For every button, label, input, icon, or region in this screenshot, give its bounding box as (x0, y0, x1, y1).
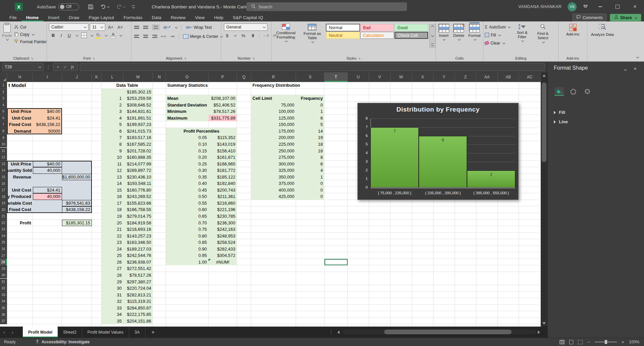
cell-R11[interactable]: 250,000 (251, 148, 296, 154)
cell-L36[interactable]: 34 (102, 311, 123, 318)
cell-I8[interactable]: 50000 (33, 128, 62, 135)
cell-P14[interactable]: $181,772 (209, 167, 237, 174)
fill-section-header[interactable]: Fill (554, 110, 565, 115)
cell-M32[interactable]: $220,724.04 (123, 285, 153, 292)
scroll-right-icon[interactable] (538, 331, 540, 334)
cell-P27[interactable]: $304,572 (209, 252, 237, 259)
collapse-ribbon-icon[interactable] (636, 56, 639, 58)
column-header-R[interactable]: R (251, 72, 296, 82)
tab-s-p-capital-iq[interactable]: S&P Capital IQ (228, 13, 268, 21)
cell-P4[interactable]: $52,406.52 (209, 102, 237, 109)
cell-L32[interactable]: 30 (102, 285, 123, 292)
cell-M23[interactable]: $216,693.16 (123, 226, 153, 233)
cell-M11[interactable]: $201,728.02 (123, 148, 153, 154)
cell-O11[interactable]: 0.15 (166, 148, 209, 154)
cell-I14[interactable]: 40,000 (33, 167, 62, 174)
cell-P26[interactable]: $282,433 (209, 246, 237, 253)
align-middle-icon[interactable] (143, 26, 148, 29)
column-header-Y[interactable]: Y (433, 72, 455, 82)
cell-O14[interactable]: 0.30 (166, 167, 209, 174)
row-header-4[interactable]: 4 (0, 102, 7, 109)
cell-O5[interactable]: Minimum (166, 108, 209, 115)
styles-gallery-scroll[interactable] (429, 24, 435, 48)
cell-S9[interactable]: 19 (296, 134, 325, 141)
fill-button[interactable]: ↓Fill (485, 31, 510, 39)
vertical-scrollbar[interactable] (541, 72, 547, 327)
cell-M28[interactable]: $236,938.07 (123, 259, 153, 266)
row-header-26[interactable]: 26 (0, 246, 7, 253)
insert-function-icon[interactable]: fx (71, 64, 74, 70)
cell-J15[interactable]: $1,600,000.00 (62, 174, 92, 181)
cell-L31[interactable]: 29 (102, 279, 123, 285)
row-header-21[interactable]: 21 (0, 213, 7, 220)
cell-R3[interactable]: Cell Limit (251, 95, 296, 102)
cell-L26[interactable]: 24 (102, 246, 123, 253)
cell-H13[interactable]: Unit Price (7, 161, 33, 167)
row-header-25[interactable]: 25 (0, 239, 7, 246)
cell-O12[interactable]: 0.20 (166, 154, 209, 161)
cell-P25[interactable]: $258,524 (209, 239, 237, 246)
cell-H14[interactable]: uantity Sold (7, 167, 33, 174)
formula-input[interactable] (80, 63, 545, 71)
increase-indent-icon[interactable]: ⇥≡ (170, 34, 175, 38)
cell-I7[interactable]: $438,156.22 (33, 121, 62, 128)
cell-R10[interactable]: 225,000 (251, 141, 296, 148)
cell-L4[interactable]: 2 (102, 102, 123, 109)
cell-L3[interactable]: 1 (102, 95, 123, 102)
cell-M16[interactable]: $193,548.11 (123, 180, 153, 187)
cell-J19[interactable]: $976,541.63 (62, 200, 92, 207)
cell-O19[interactable]: 0.55 (166, 200, 209, 207)
horizontal-scroll-thumb[interactable] (384, 330, 512, 334)
row-header-37[interactable]: 37 (0, 318, 7, 325)
cell-H17[interactable]: Unit Cost (7, 187, 33, 194)
zoom-slider[interactable] (595, 342, 617, 342)
column-header-S[interactable]: S (296, 72, 325, 82)
cell-M8[interactable]: $241,015.73 (123, 128, 153, 135)
cell-P10[interactable]: $143,019 (209, 141, 237, 148)
row-header-1[interactable]: 1 (0, 82, 7, 89)
cell-R7[interactable]: 150,000 (251, 121, 296, 128)
cell-R8[interactable]: 175,000 (251, 128, 296, 135)
align-bottom-icon[interactable] (152, 25, 159, 30)
cell-J20[interactable]: $438,156.22 (62, 206, 92, 213)
align-top-icon[interactable] (134, 26, 139, 29)
line-section-header[interactable]: Line (554, 119, 568, 124)
cell-M12[interactable]: $160,888.35 (123, 154, 153, 161)
row-header-31[interactable]: 31 (0, 279, 7, 285)
style-good[interactable]: Good (395, 24, 428, 31)
paste-button[interactable]: Paste (0, 23, 14, 41)
cell-H18[interactable]: y Produced (7, 193, 33, 200)
comma-format-icon[interactable]: 9 (250, 33, 255, 38)
font-family-select[interactable]: Calibri (49, 23, 89, 31)
cell-O24[interactable]: 0.80 (166, 233, 209, 239)
row-header-17[interactable]: 17 (0, 187, 7, 194)
delete-cells-button[interactable]: ×Delete (452, 23, 466, 41)
align-right-icon[interactable] (152, 35, 157, 38)
cell-J22[interactable]: $185,302.15 (62, 220, 92, 226)
row-header-5[interactable]: 5 (0, 108, 7, 115)
row-header-34[interactable]: 34 (0, 298, 7, 305)
row-header-6[interactable]: 6 (0, 115, 7, 122)
cell-O26[interactable]: 0.90 (166, 246, 209, 253)
cell-S15[interactable]: 1 (296, 174, 325, 181)
row-header-30[interactable]: 30 (0, 272, 7, 279)
select-all-corner[interactable] (0, 72, 7, 82)
cell-L33[interactable]: 31 (102, 292, 123, 298)
analyze-data-button[interactable]: Analyze Data (589, 23, 616, 38)
row-header-18[interactable]: 18 (0, 193, 7, 200)
cell-M17[interactable]: $160,776.80 (123, 187, 153, 194)
accessibility-status[interactable]: Accessibility: Investigate (35, 339, 90, 345)
row-header-8[interactable]: 8 (0, 128, 7, 135)
cell-L24[interactable]: 22 (102, 233, 123, 239)
row-header-35[interactable]: 35 (0, 305, 7, 312)
new-sheet-button[interactable]: + (145, 329, 161, 336)
cell-L29[interactable]: 27 (102, 265, 123, 272)
excel-app-icon[interactable]: X (15, 3, 23, 11)
zoom-slider-thumb[interactable] (605, 340, 607, 344)
cell-P23[interactable]: $242,163 (209, 226, 237, 233)
cell-O13[interactable]: 0.25 (166, 161, 209, 167)
cell-R6[interactable]: 125,000 (251, 115, 296, 122)
bold-button[interactable]: B (50, 33, 56, 38)
cell-S8[interactable]: 14 (296, 128, 325, 135)
cell-L6[interactable]: 4 (102, 115, 123, 122)
